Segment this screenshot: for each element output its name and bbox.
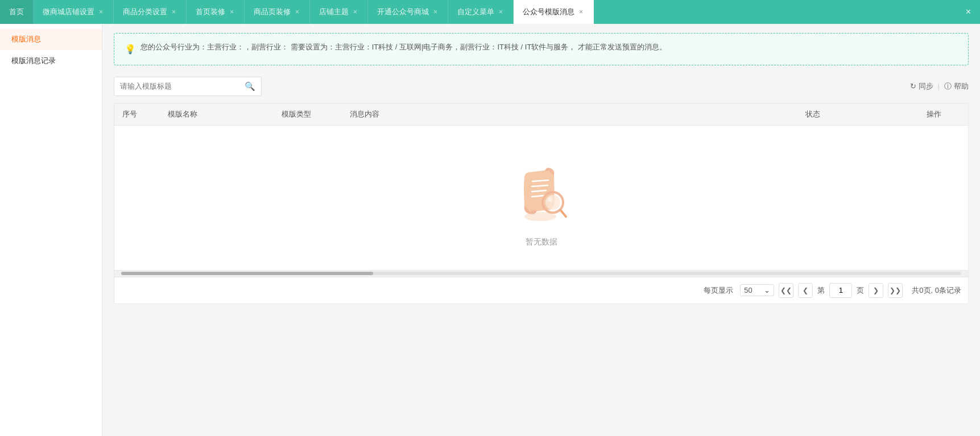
tab-template-msg[interactable]: 公众号模版消息 ×	[514, 0, 594, 24]
tab-store-theme-label: 店铺主题	[319, 7, 349, 17]
prev-page-button[interactable]: ❮	[798, 283, 813, 298]
tab-home-label: 首页	[9, 7, 24, 17]
notice-highlight: 需要设置为：主营行业：IT科技 / 互联网|电子商务，副营行业：IT科技 / I…	[291, 43, 576, 51]
close-icon[interactable]: ×	[294, 7, 300, 17]
notice-suffix: 才能正常发送预置的消息。	[578, 43, 667, 51]
page-label-after: 页	[857, 285, 864, 296]
th-type: 模版类型	[274, 103, 342, 125]
th-name: 模版名称	[160, 103, 274, 125]
prev-page-icon: ❮	[803, 286, 808, 294]
notice-text: 您的公众号行业为：主营行业：，副营行业： 需要设置为：主营行业：IT科技 / 互…	[140, 41, 667, 53]
tab-shop-settings[interactable]: 微商城店铺设置 ×	[34, 0, 114, 24]
close-icon[interactable]: ×	[229, 7, 235, 17]
sidebar-item-template-msg-record[interactable]: 模版消息记录	[0, 50, 102, 72]
first-page-icon: ❮❮	[780, 286, 792, 294]
notice-box: 💡 您的公众号行业为：主营行业：，副营行业： 需要设置为：主营行业：IT科技 /…	[114, 33, 969, 65]
tab-product-decor-label: 商品页装修	[254, 7, 291, 17]
last-page-icon: ❯❯	[890, 286, 901, 294]
pagination: 每页显示 50 ⌄ ❮❮ ❮ 第 页 ❯ ❯❯	[114, 277, 968, 304]
page-size-label: 每页显示	[704, 285, 733, 296]
search-icon: 🔍	[245, 81, 255, 92]
main-layout: 模版消息 模版消息记录 💡 您的公众号行业为：主营行业：，副营行业： 需要设置为…	[0, 24, 980, 436]
sidebar-item-template-msg-record-label: 模版消息记录	[11, 56, 56, 66]
tab-custom-menu-label: 自定义菜单	[457, 7, 494, 17]
th-status: 状态	[797, 103, 900, 125]
empty-illustration	[507, 160, 576, 228]
tab-shop-settings-label: 微商城店铺设置	[43, 7, 94, 17]
tab-product-decor[interactable]: 商品页装修 ×	[245, 0, 310, 24]
scrollbar-thumb[interactable]	[121, 272, 373, 275]
tab-product-category[interactable]: 商品分类设置 ×	[114, 0, 187, 24]
search-button[interactable]: 🔍	[239, 77, 260, 95]
page-number-input[interactable]	[829, 283, 852, 298]
notice-prefix: 您的公众号行业为：主营行业：，副营行业：	[140, 43, 288, 51]
next-page-icon: ❯	[873, 286, 879, 294]
sidebar: 模版消息 模版消息记录	[0, 24, 102, 436]
page-size-value: 50	[744, 286, 752, 294]
last-page-button[interactable]: ❯❯	[888, 283, 903, 298]
scrollbar-track	[121, 272, 961, 275]
divider: |	[938, 82, 940, 90]
horizontal-scrollbar[interactable]	[114, 270, 968, 277]
toolbar: 🔍 ↻ 同步 | ⓘ 帮助	[114, 77, 969, 96]
svg-point-8	[548, 197, 552, 202]
first-page-button[interactable]: ❮❮	[779, 283, 793, 298]
page-size-select[interactable]: 50 ⌄	[740, 284, 774, 296]
empty-state: 暂无数据	[114, 126, 968, 270]
content-area: 💡 您的公众号行业为：主营行业：，副营行业： 需要设置为：主营行业：IT科技 /…	[102, 24, 980, 436]
close-icon[interactable]: ×	[171, 7, 177, 17]
data-table: 序号 模版名称 模版类型 消息内容 状态 操作	[114, 103, 969, 304]
close-icon[interactable]: ×	[432, 7, 439, 17]
next-page-button[interactable]: ❯	[869, 283, 883, 298]
help-button[interactable]: ⓘ 帮助	[944, 81, 969, 92]
table-header: 序号 模版名称 模版类型 消息内容 状态 操作	[114, 103, 968, 126]
empty-text: 暂无数据	[526, 237, 557, 247]
tab-template-msg-label: 公众号模版消息	[523, 7, 574, 17]
tab-home[interactable]: 首页	[0, 0, 34, 24]
tab-home-decor-label: 首页装修	[196, 7, 225, 17]
close-icon[interactable]: ×	[352, 7, 358, 17]
close-icon[interactable]: ×	[498, 7, 504, 17]
help-icon: ⓘ	[944, 81, 952, 92]
total-info: 共0页, 0条记录	[912, 285, 961, 296]
top-nav: 首页 微商城店铺设置 × 商品分类设置 × 首页装修 × 商品页装修 × 店铺主…	[0, 0, 980, 24]
tab-custom-menu[interactable]: 自定义菜单 ×	[448, 0, 514, 24]
tab-home-decor[interactable]: 首页装修 ×	[187, 0, 245, 24]
close-icon[interactable]: ×	[98, 7, 104, 17]
svg-line-7	[560, 210, 566, 217]
sync-label: 同步	[919, 81, 933, 92]
tab-open-mall-label: 开通公众号商城	[377, 7, 429, 17]
refresh-icon: ↻	[910, 82, 916, 90]
tab-open-mall[interactable]: 开通公众号商城 ×	[368, 0, 448, 24]
tab-product-category-label: 商品分类设置	[123, 7, 167, 17]
sidebar-item-template-msg[interactable]: 模版消息	[0, 28, 102, 50]
notice-icon: 💡	[125, 42, 136, 57]
close-all-button[interactable]: ×	[957, 0, 980, 24]
th-content: 消息内容	[342, 103, 797, 125]
th-action: 操作	[900, 103, 968, 125]
close-icon[interactable]: ×	[578, 7, 584, 17]
toolbar-right: ↻ 同步 | ⓘ 帮助	[910, 81, 969, 92]
help-label: 帮助	[954, 81, 969, 92]
page-label-before: 第	[817, 285, 825, 296]
search-area: 🔍	[114, 77, 262, 96]
search-input[interactable]	[114, 78, 239, 94]
sidebar-item-template-msg-label: 模版消息	[11, 34, 41, 44]
chevron-down-icon: ⌄	[764, 286, 770, 294]
tab-store-theme[interactable]: 店铺主题 ×	[310, 0, 368, 24]
svg-point-6	[545, 195, 560, 210]
sync-button[interactable]: ↻ 同步	[910, 81, 933, 92]
th-seq: 序号	[114, 103, 160, 125]
